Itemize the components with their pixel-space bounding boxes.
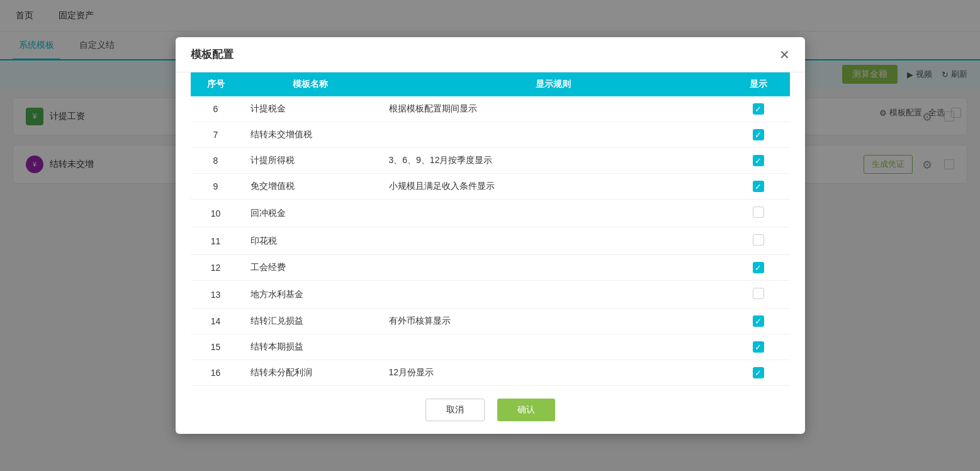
table-container[interactable]: 序号 模板名称 显示规则 显示 6计提税金根据模板配置期间显示✓7结转未交增值税… <box>191 72 790 386</box>
cell-name-7: 地方水利基金 <box>241 281 380 309</box>
cell-id-10: 16 <box>191 360 241 386</box>
cell-check-3[interactable]: ✓ <box>727 174 790 200</box>
cell-name-8: 结转汇兑损益 <box>241 309 380 334</box>
table-row: 7结转未交增值税✓ <box>191 122 790 148</box>
table-row: 16结转未分配利润12月份显示✓ <box>191 360 790 386</box>
table-row: 13地方水利基金 <box>191 281 790 309</box>
cell-name-3: 免交增值税 <box>241 174 380 200</box>
col-header-name: 模板名称 <box>241 72 380 96</box>
table-row: 6计提税金根据模板配置期间显示✓ <box>191 96 790 122</box>
table-row: 12工会经费✓ <box>191 255 790 281</box>
checkbox-unchecked-5[interactable] <box>753 234 764 246</box>
col-header-display: 显示 <box>727 72 790 96</box>
cell-check-1[interactable]: ✓ <box>727 122 790 148</box>
cell-name-2: 计提所得税 <box>241 148 380 174</box>
modal-body: 序号 模板名称 显示规则 显示 6计提税金根据模板配置期间显示✓7结转未交增值税… <box>176 72 805 386</box>
cell-id-7: 13 <box>191 281 241 309</box>
checkbox-checked-10[interactable]: ✓ <box>753 367 764 378</box>
table-row: 10回冲税金 <box>191 200 790 227</box>
checkbox-unchecked-7[interactable] <box>753 288 764 299</box>
cell-rule-1 <box>380 122 727 148</box>
cell-id-8: 14 <box>191 309 241 334</box>
config-table: 序号 模板名称 显示规则 显示 6计提税金根据模板配置期间显示✓7结转未交增值税… <box>191 72 790 386</box>
cell-name-4: 回冲税金 <box>241 200 380 227</box>
cell-name-9: 结转本期损益 <box>241 334 380 360</box>
cell-rule-8: 有外币核算显示 <box>380 309 727 334</box>
cell-check-7[interactable] <box>727 281 790 309</box>
checkbox-checked-9[interactable]: ✓ <box>753 341 764 353</box>
cell-name-10: 结转未分配利润 <box>241 360 380 386</box>
table-row: 14结转汇兑损益有外币核算显示✓ <box>191 309 790 334</box>
checkbox-checked-8[interactable]: ✓ <box>753 315 764 327</box>
cell-check-2[interactable]: ✓ <box>727 148 790 174</box>
table-row: 11印花税 <box>191 227 790 255</box>
cell-name-6: 工会经费 <box>241 255 380 281</box>
cell-id-3: 9 <box>191 174 241 200</box>
col-header-id: 序号 <box>191 72 241 96</box>
cell-rule-9 <box>380 334 727 360</box>
cell-check-4[interactable] <box>727 200 790 227</box>
cell-id-9: 15 <box>191 334 241 360</box>
cell-rule-3: 小规模且满足收入条件显示 <box>380 174 727 200</box>
cell-check-5[interactable] <box>727 227 790 255</box>
table-row: 15结转本期损益✓ <box>191 334 790 360</box>
cell-id-4: 10 <box>191 200 241 227</box>
cell-rule-0: 根据模板配置期间显示 <box>380 96 727 122</box>
cancel-button[interactable]: 取消 <box>425 399 485 421</box>
cell-name-0: 计提税金 <box>241 96 380 122</box>
cell-id-0: 6 <box>191 96 241 122</box>
checkbox-checked-3[interactable]: ✓ <box>753 181 764 192</box>
col-header-rule: 显示规则 <box>380 72 727 96</box>
cell-check-10[interactable]: ✓ <box>727 360 790 386</box>
cell-rule-5 <box>380 227 727 255</box>
checkbox-unchecked-4[interactable] <box>753 207 764 218</box>
checkbox-checked-6[interactable]: ✓ <box>753 262 764 273</box>
modal-close-button[interactable]: ✕ <box>779 48 790 61</box>
cell-id-6: 12 <box>191 255 241 281</box>
table-row: 9免交增值税小规模且满足收入条件显示✓ <box>191 174 790 200</box>
cell-rule-6 <box>380 255 727 281</box>
checkbox-checked-2[interactable]: ✓ <box>753 155 764 166</box>
modal-template-config: 模板配置 ✕ 序号 模板名称 显示规则 显示 6计提税金根据模板配置期间显示✓7… <box>176 37 805 434</box>
cell-rule-7 <box>380 281 727 309</box>
cell-id-5: 11 <box>191 227 241 255</box>
table-header: 序号 模板名称 显示规则 显示 <box>191 72 790 96</box>
cell-rule-10: 12月份显示 <box>380 360 727 386</box>
cell-id-2: 8 <box>191 148 241 174</box>
modal-title: 模板配置 <box>191 47 234 62</box>
cell-check-8[interactable]: ✓ <box>727 309 790 334</box>
cell-name-5: 印花税 <box>241 227 380 255</box>
cell-name-1: 结转未交增值税 <box>241 122 380 148</box>
confirm-button[interactable]: 确认 <box>497 399 555 421</box>
cell-id-1: 7 <box>191 122 241 148</box>
cell-check-6[interactable]: ✓ <box>727 255 790 281</box>
modal-header: 模板配置 ✕ <box>176 37 805 72</box>
cell-rule-2: 3、6、9、12月按季度显示 <box>380 148 727 174</box>
checkbox-checked-0[interactable]: ✓ <box>753 103 764 115</box>
cell-rule-4 <box>380 200 727 227</box>
modal-footer: 取消 确认 <box>176 386 805 421</box>
cell-check-0[interactable]: ✓ <box>727 96 790 122</box>
table-row: 8计提所得税3、6、9、12月按季度显示✓ <box>191 148 790 174</box>
checkbox-checked-1[interactable]: ✓ <box>753 129 764 140</box>
table-body: 6计提税金根据模板配置期间显示✓7结转未交增值税✓8计提所得税3、6、9、12月… <box>191 96 790 386</box>
cell-check-9[interactable]: ✓ <box>727 334 790 360</box>
